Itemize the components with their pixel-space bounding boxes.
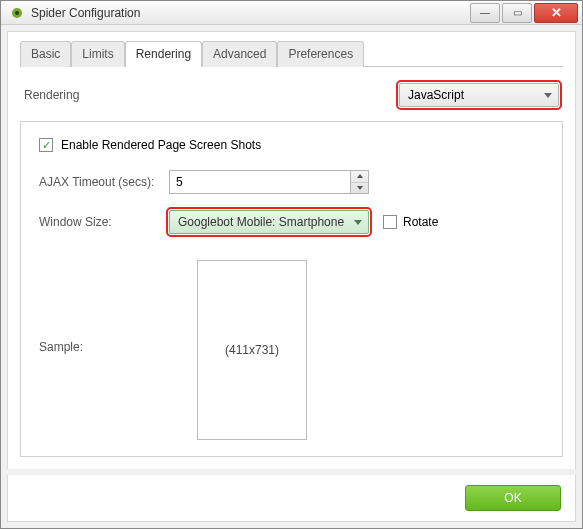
ajax-timeout-spinner[interactable]: 5 xyxy=(169,170,369,194)
rotate-label: Rotate xyxy=(403,215,438,229)
tab-strip: Basic Limits Rendering Advanced Preferen… xyxy=(20,40,563,67)
tab-rendering[interactable]: Rendering xyxy=(125,41,202,67)
ok-button[interactable]: OK xyxy=(465,485,561,511)
titlebar: Spider Configuration — ▭ ✕ xyxy=(1,1,582,25)
sample-dims: (411x731) xyxy=(225,343,279,357)
window-size-select[interactable]: Googlebot Mobile: Smartphone xyxy=(169,210,369,234)
rendering-select[interactable]: JavaScript xyxy=(399,83,559,107)
maximize-button[interactable]: ▭ xyxy=(502,3,532,23)
close-button[interactable]: ✕ xyxy=(534,3,578,23)
spinner-up-button[interactable] xyxy=(351,171,368,183)
config-window: Spider Configuration — ▭ ✕ Basic Limits … xyxy=(0,0,583,529)
tab-basic[interactable]: Basic xyxy=(20,41,71,67)
ajax-timeout-label: AJAX Timeout (secs): xyxy=(39,175,169,189)
enable-screenshots-row: ✓ Enable Rendered Page Screen Shots xyxy=(39,138,544,152)
chevron-down-icon xyxy=(354,220,362,225)
rendering-group: ✓ Enable Rendered Page Screen Shots AJAX… xyxy=(20,121,563,457)
window-size-label: Window Size: xyxy=(39,215,169,229)
rotate-checkbox[interactable] xyxy=(383,215,397,229)
app-icon xyxy=(9,5,25,21)
tab-limits[interactable]: Limits xyxy=(71,41,124,67)
rendering-row: Rendering JavaScript xyxy=(24,83,559,107)
sample-row: Sample: (411x731) xyxy=(39,260,544,440)
rendering-select-value: JavaScript xyxy=(408,88,464,102)
window-title: Spider Configuration xyxy=(31,6,468,20)
ajax-timeout-input[interactable]: 5 xyxy=(169,170,351,194)
footer: OK xyxy=(7,475,576,522)
chevron-down-icon xyxy=(544,93,552,98)
sample-label: Sample: xyxy=(39,340,169,354)
tab-preferences[interactable]: Preferences xyxy=(277,41,364,67)
sample-preview: (411x731) xyxy=(197,260,307,440)
spinner-down-button[interactable] xyxy=(351,183,368,194)
rendering-label: Rendering xyxy=(24,88,104,102)
enable-screenshots-checkbox[interactable]: ✓ xyxy=(39,138,53,152)
window-size-row: Window Size: Googlebot Mobile: Smartphon… xyxy=(39,210,544,234)
rotate-option: Rotate xyxy=(383,215,438,229)
minimize-button[interactable]: — xyxy=(470,3,500,23)
tab-advanced[interactable]: Advanced xyxy=(202,41,277,67)
enable-screenshots-label: Enable Rendered Page Screen Shots xyxy=(61,138,261,152)
window-size-value: Googlebot Mobile: Smartphone xyxy=(178,215,344,229)
svg-point-1 xyxy=(15,11,19,15)
ajax-timeout-row: AJAX Timeout (secs): 5 xyxy=(39,170,544,194)
content-area: Basic Limits Rendering Advanced Preferen… xyxy=(7,31,576,469)
